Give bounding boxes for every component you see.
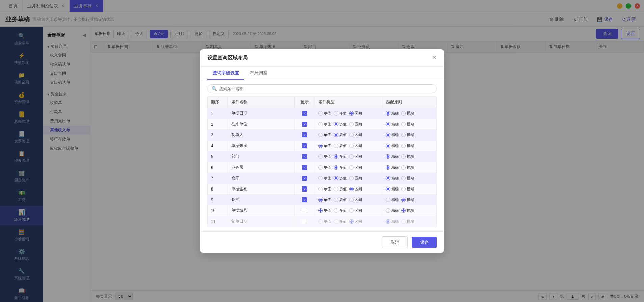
row-2-range[interactable]: 区间: [349, 122, 362, 127]
row-8-single[interactable]: 单值: [318, 186, 331, 192]
row-6-fuzzy[interactable]: 模糊: [401, 165, 414, 170]
row-4-multi[interactable]: 多值: [334, 143, 347, 148]
row-11-fuzzy[interactable]: 模糊: [401, 219, 414, 224]
row-10-order: 10: [208, 206, 228, 216]
row-2-name: 往来单位: [228, 119, 295, 129]
row-5-multi[interactable]: 多值: [334, 154, 347, 159]
row-1-single[interactable]: 单值: [318, 111, 331, 116]
row-2-show: ✓: [295, 119, 315, 129]
row-1-match: 精确 模糊: [382, 108, 436, 118]
row-6-single[interactable]: 单值: [318, 165, 331, 170]
row-6-range[interactable]: 区间: [349, 165, 362, 170]
row-7-single[interactable]: 单值: [318, 176, 331, 181]
row-1-range[interactable]: 区间: [349, 111, 362, 116]
row-10-exact[interactable]: 精确: [386, 208, 399, 213]
modal-search-bar: 🔍: [207, 84, 437, 93]
modal-tabs: 查询字段设置 布局调整: [200, 67, 444, 80]
row-2-fuzzy[interactable]: 模糊: [401, 122, 414, 127]
row-7-show: ✓: [295, 173, 315, 183]
row-5-checkbox[interactable]: ✓: [302, 154, 307, 159]
row-1-exact[interactable]: 精确: [386, 111, 399, 116]
row-1-match-group: 精确 模糊: [386, 111, 414, 116]
row-5-fuzzy[interactable]: 模糊: [401, 154, 414, 159]
row-1-fuzzy[interactable]: 模糊: [401, 111, 414, 116]
row-11-show: [295, 217, 315, 226]
table-row: 8 单据金额 ✓ 单值 多值 区间 精确: [208, 184, 436, 195]
row-4-range[interactable]: 区间: [349, 143, 362, 148]
row-3-multi[interactable]: 多值: [334, 132, 347, 137]
row-8-multi[interactable]: 多值: [334, 186, 347, 192]
modal-title: 设置查询区域布局: [207, 55, 248, 61]
row-6-checkbox[interactable]: ✓: [302, 165, 307, 170]
row-11-multi[interactable]: 多值: [334, 219, 347, 224]
row-8-type: 单值 多值 区间: [315, 184, 382, 194]
row-7-fuzzy[interactable]: 模糊: [401, 176, 414, 181]
row-7-multi[interactable]: 多值: [334, 176, 347, 181]
cancel-button[interactable]: 取消: [382, 236, 408, 248]
row-1-type: 单值 多值 区间: [315, 108, 382, 118]
row-6-exact[interactable]: 精确: [386, 165, 399, 170]
row-1-checkbox[interactable]: ✓: [302, 111, 307, 116]
row-9-show: ✓: [295, 195, 315, 205]
row-2-multi[interactable]: 多值: [334, 122, 347, 127]
modal-tab-query[interactable]: 查询字段设置: [207, 67, 244, 80]
row-9-range[interactable]: 区间: [349, 197, 362, 202]
row-9-single[interactable]: 单值: [318, 197, 331, 202]
modal-save-button[interactable]: 保存: [412, 237, 437, 248]
row-2-checkbox[interactable]: ✓: [302, 122, 307, 127]
modal-overlay[interactable]: 设置查询区域布局 ✕ 查询字段设置 布局调整 🔍 顺序 条件名称 显示 条件类型…: [0, 0, 644, 302]
row-3-range[interactable]: 区间: [349, 132, 362, 137]
th-condition-type: 条件类型: [315, 97, 382, 108]
row-7-range[interactable]: 区间: [349, 176, 362, 181]
row-9-fuzzy[interactable]: 模糊: [401, 197, 414, 202]
row-10-multi[interactable]: 多值: [334, 208, 347, 213]
row-10-range[interactable]: 区间: [349, 208, 362, 213]
row-5-exact[interactable]: 精确: [386, 154, 399, 159]
row-5-range[interactable]: 区间: [349, 154, 362, 159]
row-8-range[interactable]: 区间: [349, 186, 362, 192]
row-7-name: 仓库: [228, 173, 295, 183]
row-10-show: [295, 206, 315, 216]
row-11-single[interactable]: 单值: [318, 219, 331, 224]
row-3-match: 精确 模糊: [382, 130, 436, 140]
row-10-fuzzy[interactable]: 模糊: [401, 208, 414, 213]
row-8-exact[interactable]: 精确: [386, 186, 399, 192]
row-11-type: 单值 多值 区间: [315, 217, 382, 226]
row-11-order: 11: [208, 217, 228, 226]
row-9-multi[interactable]: 多值: [334, 197, 347, 202]
table-row: 10 单据编号 单值 多值 区间 精确: [208, 205, 436, 216]
row-6-show: ✓: [295, 162, 315, 172]
modal-tab-layout[interactable]: 布局调整: [244, 67, 273, 80]
row-7-exact[interactable]: 精确: [386, 176, 399, 181]
row-10-checkbox[interactable]: [302, 208, 307, 213]
row-3-fuzzy[interactable]: 模糊: [401, 132, 414, 137]
row-4-exact[interactable]: 精确: [386, 143, 399, 148]
row-11-range[interactable]: 区间: [349, 219, 362, 224]
row-9-checkbox[interactable]: ✓: [302, 197, 307, 202]
row-3-show: ✓: [295, 130, 315, 140]
row-2-single[interactable]: 单值: [318, 122, 331, 127]
row-4-single[interactable]: 单值: [318, 143, 331, 148]
row-5-single[interactable]: 单值: [318, 154, 331, 159]
modal-search-input[interactable]: [219, 86, 287, 91]
row-10-single[interactable]: 单值: [318, 208, 331, 213]
row-8-fuzzy[interactable]: 模糊: [401, 186, 414, 192]
settings-table-header: 顺序 条件名称 显示 条件类型 匹配原则: [208, 97, 436, 108]
row-8-checkbox[interactable]: ✓: [302, 186, 307, 192]
table-row: 4 单据来源 ✓ 单值 多值 区间 精确: [208, 141, 436, 151]
row-3-exact[interactable]: 精确: [386, 132, 399, 137]
row-2-match: 精确 模糊: [382, 119, 436, 129]
row-1-multi[interactable]: 多值: [334, 111, 347, 116]
row-11-exact[interactable]: 精确: [386, 219, 399, 224]
row-7-checkbox[interactable]: ✓: [302, 176, 307, 181]
row-9-exact[interactable]: 精确: [386, 197, 399, 202]
row-6-multi[interactable]: 多值: [334, 165, 347, 170]
modal-close-button[interactable]: ✕: [432, 54, 437, 61]
row-3-checkbox[interactable]: ✓: [302, 132, 307, 137]
row-4-checkbox[interactable]: ✓: [302, 143, 307, 148]
row-4-fuzzy[interactable]: 模糊: [401, 143, 414, 148]
row-3-single[interactable]: 单值: [318, 132, 331, 137]
row-11-checkbox[interactable]: [302, 219, 307, 224]
row-2-exact[interactable]: 精确: [386, 122, 399, 127]
row-3-type: 单值 多值 区间: [315, 130, 382, 140]
